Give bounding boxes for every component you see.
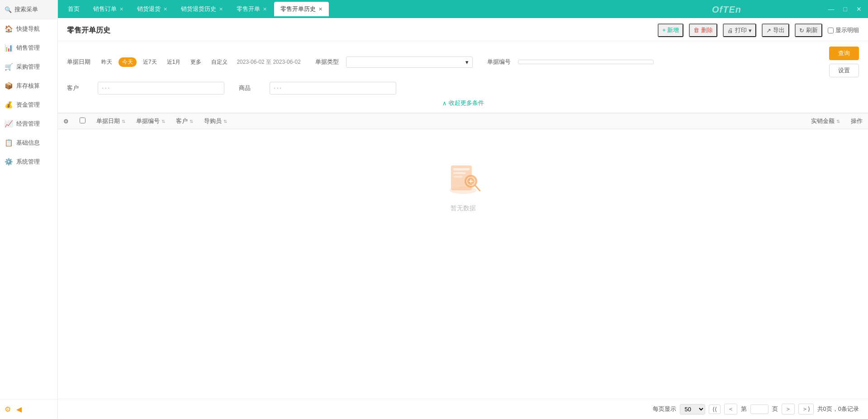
nav-label-quick-nav: 快捷导航 — [16, 25, 40, 33]
tab-list: 首页销售订单✕销货退货✕销货退货历史✕零售开单✕零售开单历史✕ — [62, 2, 329, 16]
show-detail-checkbox[interactable]: 显示明细 — [828, 26, 859, 34]
filter-row-2: 客户 ··· 商品 ··· — [67, 82, 859, 94]
filter-area: 单据日期 昨天 今天 近7天 近1月 更多 自定义 2023-06-02 至 2… — [58, 41, 868, 113]
empty-state: 暂无数据 — [58, 129, 868, 240]
print-icon: 🖨 — [727, 27, 733, 34]
nav-icon-sales-mgmt: 📊 — [5, 44, 13, 52]
close-btn[interactable]: ✕ — [854, 5, 864, 14]
page-header: 零售开单历史 + 新增 🗑 删除 🖨 打印 ▾ ↗ 导出 ↻ 刷新 — [58, 18, 868, 41]
sidebar-item-system-mgmt[interactable]: ⚙️系统管理 — [0, 152, 57, 171]
nav-label-inventory: 库存核算 — [16, 82, 40, 90]
amount-sort-icon[interactable]: ⇅ — [836, 119, 840, 124]
tab-close-sales-return[interactable]: ✕ — [163, 6, 167, 12]
col-check[interactable] — [74, 113, 91, 129]
tab-sales-return-history[interactable]: 销货退货历史✕ — [175, 2, 229, 16]
refresh-label: 刷新 — [806, 26, 818, 34]
type-label: 单据类型 — [315, 58, 341, 66]
date-7days[interactable]: 近7天 — [139, 57, 161, 67]
collapse-btn[interactable]: ∧ 收起更多条件 — [67, 99, 859, 107]
nav-icon-basic-info: 📋 — [5, 139, 13, 147]
sidebar-item-quick-nav[interactable]: 🏠快捷导航 — [0, 19, 57, 38]
collapse-label: 收起更多条件 — [449, 99, 484, 107]
refresh-button[interactable]: ↻ 刷新 — [795, 24, 822, 37]
collapse-icon[interactable]: ◀ — [16, 405, 22, 414]
date-today[interactable]: 今天 — [119, 57, 137, 67]
svg-rect-2 — [453, 168, 470, 170]
goods-dots: ··· — [274, 84, 282, 92]
tab-label-home: 首页 — [68, 5, 80, 13]
tab-retail-open[interactable]: 零售开单✕ — [230, 2, 273, 16]
tab-close-retail-open-history[interactable]: ✕ — [318, 6, 323, 12]
tab-home[interactable]: 首页 — [62, 2, 86, 16]
sidebar-item-operation-mgmt[interactable]: 📈经营管理 — [0, 114, 57, 133]
nav-label-finance-mgmt: 资金管理 — [16, 101, 40, 109]
doc-no-input[interactable] — [518, 60, 654, 64]
type-select[interactable]: ▾ — [346, 56, 473, 68]
tab-close-sales-order[interactable]: ✕ — [119, 6, 123, 12]
col-settings[interactable]: ⚙ — [58, 113, 74, 129]
setting-button[interactable]: 设置 — [829, 64, 859, 77]
select-all-checkbox[interactable] — [80, 118, 85, 123]
filter-actions: 查询 设置 — [829, 47, 859, 77]
sidebar-nav: 🏠快捷导航📊销售管理🛒采购管理📦库存核算💰资金管理📈经营管理📋基础信息⚙️系统管… — [0, 19, 57, 171]
col-customer: 客户⇅ — [171, 113, 199, 129]
sidebar-item-inventory[interactable]: 📦库存核算 — [0, 76, 57, 95]
sidebar-search[interactable]: 🔍 搜索采单 — [0, 0, 57, 19]
doc-no-sort-icon[interactable]: ⇅ — [161, 119, 165, 124]
last-page-btn[interactable]: ＞⟩ — [798, 404, 814, 414]
export-button[interactable]: ↗ 导出 — [762, 24, 789, 37]
next-page-btn[interactable]: ＞ — [782, 404, 795, 414]
page-size-select[interactable]: 50 100 200 — [680, 404, 705, 414]
tab-sales-return[interactable]: 销货退货✕ — [131, 2, 174, 16]
window-controls: — □ ✕ — [825, 5, 864, 14]
date-more[interactable]: 更多 — [187, 57, 205, 67]
col-date: 单据日期⇅ — [91, 113, 131, 129]
nav-label-basic-info: 基础信息 — [16, 139, 40, 147]
table-head: ⚙ 单据日期⇅ 单据编号⇅ 客户⇅ 导购员⇅ 实销金额⇅ 操作 — [58, 113, 868, 129]
col-customer-label: 客户 — [176, 118, 188, 124]
guide-sort-icon[interactable]: ⇅ — [223, 119, 227, 124]
date-sort-icon[interactable]: ⇅ — [122, 119, 125, 124]
col-guide-label: 导购员 — [204, 118, 222, 124]
date-1month[interactable]: 近1月 — [163, 57, 185, 67]
tab-label-sales-order: 销售订单 — [93, 5, 117, 13]
empty-text: 暂无数据 — [451, 204, 476, 212]
settings-icon[interactable]: ⚙ — [5, 405, 11, 414]
minimize-btn[interactable]: — — [825, 5, 837, 14]
tab-close-sales-return-history[interactable]: ✕ — [219, 6, 223, 12]
empty-icon — [443, 156, 484, 197]
nav-label-operation-mgmt: 经营管理 — [16, 120, 40, 128]
current-page-input[interactable]: 1 — [750, 405, 768, 414]
svg-rect-4 — [453, 176, 462, 178]
collapse-chevron-icon: ∧ — [442, 100, 447, 107]
date-yesterday[interactable]: 昨天 — [98, 57, 116, 67]
date-range-text: 2023-06-02 至 2023-06-02 — [237, 58, 300, 66]
col-action: 操作 — [845, 113, 868, 129]
maximize-btn[interactable]: □ — [841, 5, 850, 14]
customer-sort-icon[interactable]: ⇅ — [190, 119, 193, 124]
tab-retail-open-history[interactable]: 零售开单历史✕ — [274, 2, 329, 16]
tab-sales-order[interactable]: 销售订单✕ — [87, 2, 130, 16]
customer-input[interactable]: ··· — [98, 82, 224, 94]
goods-input[interactable]: ··· — [270, 82, 396, 94]
page-size-label: 每页显示 — [653, 405, 676, 413]
nav-icon-system-mgmt: ⚙️ — [5, 158, 13, 166]
tab-close-retail-open[interactable]: ✕ — [263, 6, 267, 12]
sidebar-item-purchase-mgmt[interactable]: 🛒采购管理 — [0, 57, 57, 76]
show-detail-input[interactable] — [828, 28, 834, 33]
sidebar-item-finance-mgmt[interactable]: 💰资金管理 — [0, 95, 57, 114]
sidebar-item-sales-mgmt[interactable]: 📊销售管理 — [0, 38, 57, 57]
delete-button[interactable]: 🗑 删除 — [689, 24, 717, 37]
print-button[interactable]: 🖨 打印 ▾ — [723, 24, 756, 37]
add-button[interactable]: + 新增 — [658, 24, 683, 37]
col-spacer — [232, 113, 806, 129]
sidebar-item-basic-info[interactable]: 📋基础信息 — [0, 133, 57, 152]
nav-label-sales-mgmt: 销售管理 — [16, 44, 40, 52]
first-page-btn[interactable]: ⟨⟨ — [709, 405, 721, 414]
prev-page-btn[interactable]: ＜ — [724, 404, 737, 414]
tab-label-sales-return-history: 销货退货历史 — [181, 5, 216, 13]
date-custom[interactable]: 自定义 — [208, 57, 231, 67]
col-guide: 导购员⇅ — [199, 113, 232, 129]
svg-rect-3 — [453, 172, 466, 174]
query-button[interactable]: 查询 — [829, 47, 859, 60]
